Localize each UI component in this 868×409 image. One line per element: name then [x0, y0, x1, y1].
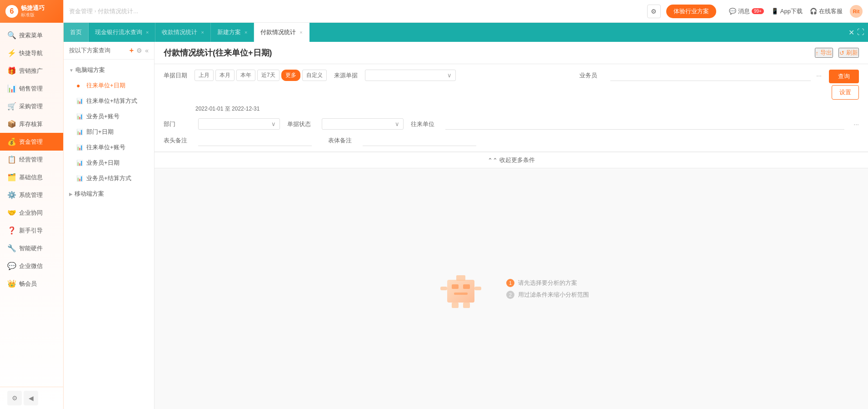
member-icon: 👑	[7, 279, 15, 288]
scheme-dept-date[interactable]: 📊 部门+日期	[64, 124, 154, 140]
sidebar-item-basic[interactable]: 🗂️ 基础信息	[0, 168, 63, 186]
source-chevron-icon: ∨	[447, 72, 452, 79]
sidebar-settings-button[interactable]: ⚙	[7, 391, 22, 405]
sidebar-item-label: 搜索菜单	[19, 31, 43, 40]
sidebar-item-system[interactable]: ⚙️ 系统管理	[0, 186, 63, 204]
sidebar-item-purchase[interactable]: 🛒 采购管理	[0, 97, 63, 115]
tab-close-all-button[interactable]: ✕	[848, 28, 854, 37]
collapse-panel-button[interactable]: «	[145, 47, 149, 54]
sidebar-item-label: 库存核算	[19, 120, 43, 128]
breadcrumb-text: 资金管理	[69, 7, 93, 15]
topbar-settings-button[interactable]: ⚙	[647, 5, 661, 18]
sidebar-item-marketing[interactable]: 🎁 营销推广	[0, 62, 63, 80]
breadcrumb-current: 付款情况统计...	[98, 7, 138, 15]
sidebar-item-smart[interactable]: 🔧 智能硬件	[0, 239, 63, 257]
scheme-label: 业务员+日期	[86, 159, 120, 167]
voucher-status-chevron-icon: ∨	[395, 121, 399, 127]
message-action[interactable]: 💬 消息 99+	[729, 7, 764, 15]
header-note-input[interactable]	[198, 135, 312, 146]
sidebar-item-label: 智能硬件	[19, 244, 43, 252]
tab-bank-close[interactable]: ×	[146, 30, 149, 35]
sidebar-item-label: 系统管理	[19, 191, 43, 199]
sidebar-item-guide[interactable]: ❓ 新手引导	[0, 222, 63, 239]
this-year-btn[interactable]: 本年	[236, 70, 255, 81]
last-month-btn[interactable]: 上月	[195, 70, 214, 81]
scheme-unit-account[interactable]: 📊 往来单位+账号	[64, 140, 154, 155]
collapse-up-icon: ⌃⌃	[488, 157, 498, 164]
filter-action-buttons: 查询 设置	[829, 70, 859, 100]
sidebar-collapse-button[interactable]: ◀	[24, 391, 38, 405]
topbar-actions: 💬 消息 99+ 📱 App下载 🎧 在线客服 Rit	[729, 5, 863, 18]
sidebar: 6 畅捷通巧 标准版 🔍 搜索菜单 ⚡ 快捷导航 🎁 营销推广 📊 销售管理 🛒…	[0, 0, 64, 409]
export-icon: ↑	[816, 50, 819, 56]
scheme-staff-account[interactable]: 📊 业务员+账号	[64, 109, 154, 124]
sidebar-item-capital[interactable]: 💰 资金管理	[0, 133, 63, 151]
sidebar-item-weixin[interactable]: 💬 企业微信	[0, 257, 63, 275]
tab-receipts[interactable]: 收款情况统计 ×	[155, 23, 210, 42]
sidebar-item-member[interactable]: 👑 畅会员	[0, 275, 63, 293]
dept-select[interactable]: ∨	[198, 118, 280, 130]
sidebar-item-search[interactable]: 🔍 搜索菜单	[0, 26, 63, 44]
staff-dots-icon[interactable]: ···	[816, 72, 822, 79]
app-download-action[interactable]: 📱 App下载	[771, 7, 803, 15]
app-icon: 📱	[771, 8, 778, 15]
scheme-settings-button[interactable]: ⚙	[136, 47, 142, 54]
sidebar-item-operation[interactable]: 📋 经营管理	[0, 151, 63, 168]
scheme-staff-date[interactable]: 📊 业务员+日期	[64, 155, 154, 171]
svg-rect-4	[456, 275, 465, 281]
collapse-conditions-button[interactable]: ⌃⌃ 收起更多条件	[488, 156, 535, 164]
scheme-label: 往来单位+日期	[86, 81, 125, 90]
tab-bank-label: 现金银行流水查询	[95, 28, 142, 36]
unit-dots-icon[interactable]: ···	[853, 121, 859, 128]
more-dates-btn[interactable]: 更多	[281, 70, 300, 81]
tab-payment[interactable]: 付款情况统计 ×	[254, 23, 309, 42]
tab-new-plan-close[interactable]: ×	[244, 30, 247, 35]
svg-rect-0	[447, 280, 474, 303]
tab-new-plan[interactable]: 新建方案 ×	[211, 23, 254, 42]
avatar[interactable]: Rit	[850, 5, 863, 18]
sidebar-item-sales[interactable]: 📊 销售管理	[0, 80, 63, 97]
desktop-group-header[interactable]: ▼ 电脑端方案	[64, 62, 154, 78]
sidebar-item-label: 企业微信	[19, 262, 43, 270]
scheme-unit-date[interactable]: ● 往来单位+日期	[64, 78, 154, 93]
last7days-btn[interactable]: 近7天	[257, 70, 279, 81]
custom-date-btn[interactable]: 自定义	[302, 70, 327, 81]
gear-icon: ⚙	[651, 8, 657, 15]
left-panel-title: 按以下方案查询	[69, 46, 110, 55]
left-panel-actions: + ⚙ «	[130, 46, 149, 55]
trial-button[interactable]: 体验行业方案	[666, 5, 716, 18]
source-select[interactable]: ∨	[365, 70, 456, 81]
tab-home[interactable]: 首页	[64, 23, 89, 42]
sidebar-item-shortcut[interactable]: ⚡ 快捷导航	[0, 44, 63, 62]
message-badge: 99+	[752, 8, 764, 14]
active-scheme-icon: ●	[76, 82, 84, 89]
staff-input[interactable]	[610, 70, 811, 81]
this-month-btn[interactable]: 本月	[215, 70, 234, 81]
tabbar: 首页 现金银行流水查询 × 收款情况统计 × 新建方案 × 付款情况统计 × ✕…	[64, 23, 868, 42]
mobile-group-header[interactable]: ▶ 移动端方案	[64, 186, 154, 202]
tab-bank[interactable]: 现金银行流水查询 ×	[89, 23, 155, 42]
filter-settings-button[interactable]: 设置	[832, 85, 859, 100]
sidebar-item-label: 采购管理	[19, 102, 43, 111]
body-note-input[interactable]	[363, 135, 476, 146]
export-button[interactable]: ↑ 导出	[815, 48, 833, 58]
svg-rect-7	[452, 303, 459, 308]
desktop-group-label: 电脑端方案	[75, 66, 105, 74]
scheme-icon: 📊	[76, 98, 84, 104]
left-panel: 按以下方案查询 + ⚙ « ▼ 电脑端方案 ● 往来单位+日期	[64, 42, 155, 409]
query-button[interactable]: 查询	[829, 70, 859, 83]
svg-rect-5	[440, 287, 447, 290]
voucher-status-select[interactable]: ∨	[322, 118, 404, 130]
sidebar-item-enterprise[interactable]: 🤝 企业协同	[0, 204, 63, 222]
tab-receipts-close[interactable]: ×	[201, 30, 204, 35]
sidebar-item-label: 经营管理	[19, 156, 43, 164]
scheme-staff-settle[interactable]: 📊 业务员+结算方式	[64, 171, 154, 186]
online-service-action[interactable]: 🎧 在线客服	[810, 7, 843, 15]
unit-input[interactable]	[445, 119, 844, 130]
refresh-button[interactable]: ↺ 刷新	[838, 48, 859, 58]
sidebar-item-inventory[interactable]: 📦 库存核算	[0, 115, 63, 133]
tab-expand-button[interactable]: ⛶	[857, 28, 864, 36]
scheme-unit-settle[interactable]: 📊 往来单位+结算方式	[64, 93, 154, 109]
add-scheme-button[interactable]: +	[130, 46, 134, 55]
tab-payment-close[interactable]: ×	[299, 30, 302, 35]
